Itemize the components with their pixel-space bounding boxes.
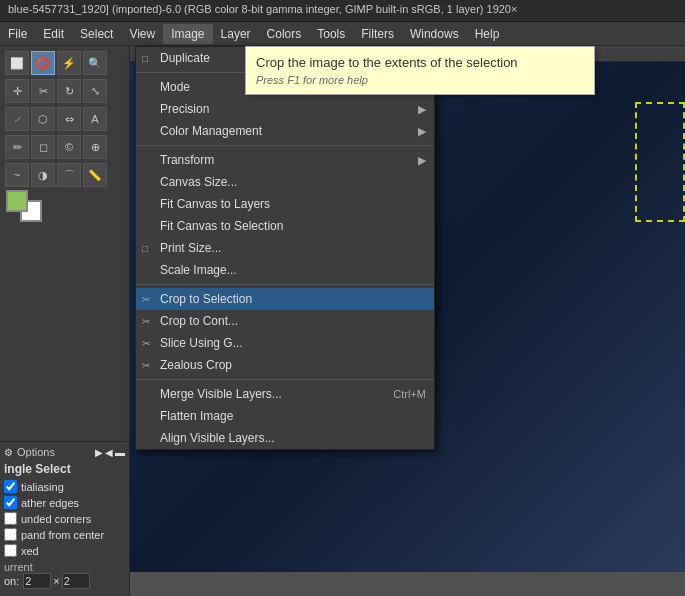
tool-heal[interactable]: ⊕	[83, 135, 107, 159]
tool-free-select[interactable]: ⚡	[57, 51, 81, 75]
menu-icon[interactable]: ▬	[115, 447, 125, 458]
tool-rotate[interactable]: ↻	[57, 79, 81, 103]
title-bar: blue-5457731_1920] (imported)-6.0 (RGB c…	[0, 0, 685, 22]
expand-icon[interactable]: ▶	[95, 447, 103, 458]
on-row: on: 2 × 2	[4, 573, 125, 589]
on-label: on:	[4, 575, 19, 587]
menu-colors[interactable]: Colors	[259, 24, 310, 44]
menu-item-canvas-size[interactable]: Canvas Size...	[136, 171, 434, 193]
tool-dodge[interactable]: ◑	[31, 163, 55, 187]
tool-name: ingle Select	[4, 462, 125, 476]
tool-blur[interactable]: ~	[5, 163, 29, 187]
fit-canvas-sel-label: Fit Canvas to Selection	[160, 219, 283, 233]
menu-edit[interactable]: Edit	[35, 24, 72, 44]
tool-ellipse-select[interactable]: ⭕	[31, 51, 55, 75]
duplicate-icon: □	[142, 53, 148, 64]
menu-item-scale-image[interactable]: Scale Image...	[136, 259, 434, 281]
antialiasing-label: tialiasing	[21, 481, 64, 493]
title-text: blue-5457731_1920] (imported)-6.0 (RGB c…	[8, 3, 517, 15]
collapse-icon[interactable]: ◀	[105, 447, 113, 458]
tool-flip[interactable]: ⇔	[57, 107, 81, 131]
menu-item-crop-selection[interactable]: ✂ Crop to Selection	[136, 288, 434, 310]
feather-label: ather edges	[21, 497, 79, 509]
tool-clone[interactable]: ©	[57, 135, 81, 159]
menu-item-zealous-crop[interactable]: ✂ Zealous Crop	[136, 354, 434, 376]
menu-item-flatten[interactable]: Flatten Image	[136, 405, 434, 427]
color-mgmt-arrow: ▶	[418, 125, 426, 138]
toolbox: ⬜ ⭕ ⚡ 🔍 ✛ ✂ ↻ ⤡ ⟋ ⬡ ⇔ A ✏ ◻ © ⊕ ~ ◑ ⌒ 📏	[0, 46, 130, 596]
menu-bar: File Edit Select View Image Layer Colors…	[0, 22, 685, 46]
menu-layer[interactable]: Layer	[213, 24, 259, 44]
print-icon: □	[142, 243, 148, 254]
foreground-color[interactable]	[6, 190, 28, 212]
mode-label: Mode	[160, 80, 190, 94]
zealous-icon: ✂	[142, 360, 150, 371]
feather-checkbox[interactable]	[4, 496, 17, 509]
canvas-size-label: Canvas Size...	[160, 175, 237, 189]
separator: ×	[53, 575, 59, 587]
antialiasing-checkbox[interactable]	[4, 480, 17, 493]
menu-filters[interactable]: Filters	[353, 24, 402, 44]
val2-input[interactable]	[62, 573, 90, 589]
color-mgmt-label: Color Management	[160, 124, 262, 138]
tool-path[interactable]: ⌒	[57, 163, 81, 187]
menu-windows[interactable]: Windows	[402, 24, 467, 44]
precision-label: Precision	[160, 102, 209, 116]
transform-label: Transform	[160, 153, 214, 167]
transform-arrow: ▶	[418, 154, 426, 167]
crop-cont-icon: ✂	[142, 316, 150, 327]
tool-row-5: ~ ◑ ⌒ 📏	[4, 162, 125, 188]
option-rounded: unded corners	[4, 512, 125, 525]
menu-item-align-layers[interactable]: Align Visible Layers...	[136, 427, 434, 449]
tooltip: Crop the image to the extents of the sel…	[245, 46, 595, 95]
zealous-label: Zealous Crop	[160, 358, 232, 372]
rounded-checkbox[interactable]	[4, 512, 17, 525]
menu-image[interactable]: Image	[163, 24, 212, 44]
tool-options-label: Options	[17, 446, 55, 458]
align-layers-label: Align Visible Layers...	[160, 431, 275, 445]
menu-item-precision[interactable]: Precision ▶	[136, 98, 434, 120]
tool-erase[interactable]: ◻	[31, 135, 55, 159]
tool-scale[interactable]: ⤡	[83, 79, 107, 103]
tool-perspective[interactable]: ⬡	[31, 107, 55, 131]
menu-help[interactable]: Help	[467, 24, 508, 44]
tool-measure[interactable]: 📏	[83, 163, 107, 187]
menu-file[interactable]: File	[0, 24, 35, 44]
menu-select[interactable]: Select	[72, 24, 121, 44]
tool-row-1: ⬜ ⭕ ⚡ 🔍	[4, 50, 125, 76]
menu-item-slice[interactable]: ✂ Slice Using G...	[136, 332, 434, 354]
menu-item-color-management[interactable]: Color Management ▶	[136, 120, 434, 142]
menu-item-fit-canvas-sel[interactable]: Fit Canvas to Selection	[136, 215, 434, 237]
option-fixed: xed	[4, 544, 125, 557]
tool-fuzzy-select[interactable]: 🔍	[83, 51, 107, 75]
menu-item-crop-content[interactable]: ✂ Crop to Cont...	[136, 310, 434, 332]
color-swatches[interactable]	[6, 190, 46, 224]
tool-rect-select[interactable]: ⬜	[5, 51, 29, 75]
tool-options-panel: ⚙ Options ▶ ◀ ▬ ingle Select tialiasing …	[0, 441, 129, 596]
duplicate-label: Duplicate	[160, 51, 210, 65]
fixed-checkbox[interactable]	[4, 544, 17, 557]
menu-item-print-size[interactable]: □ Print Size...	[136, 237, 434, 259]
slice-icon: ✂	[142, 338, 150, 349]
merge-layers-label: Merge Visible Layers...	[160, 387, 282, 401]
val1-input[interactable]	[23, 573, 51, 589]
menu-item-merge-layers[interactable]: Merge Visible Layers... Ctrl+M	[136, 383, 434, 405]
tooltip-title: Crop the image to the extents of the sel…	[256, 55, 584, 70]
crop-sel-icon: ✂	[142, 294, 150, 305]
tool-move[interactable]: ✛	[5, 79, 29, 103]
expand-checkbox[interactable]	[4, 528, 17, 541]
divider-4	[136, 379, 434, 380]
tool-text[interactable]: A	[83, 107, 107, 131]
current-label: urrent	[4, 561, 125, 573]
tool-crop[interactable]: ✂	[31, 79, 55, 103]
menu-item-fit-canvas-layers[interactable]: Fit Canvas to Layers	[136, 193, 434, 215]
fixed-label: xed	[21, 545, 39, 557]
tool-row-4: ✏ ◻ © ⊕	[4, 134, 125, 160]
tool-paint[interactable]: ✏	[5, 135, 29, 159]
selection-border	[635, 102, 685, 222]
tooltip-hint: Press F1 for more help	[256, 74, 584, 86]
tool-shear[interactable]: ⟋	[5, 107, 29, 131]
menu-view[interactable]: View	[121, 24, 163, 44]
menu-item-transform[interactable]: Transform ▶	[136, 149, 434, 171]
menu-tools[interactable]: Tools	[309, 24, 353, 44]
